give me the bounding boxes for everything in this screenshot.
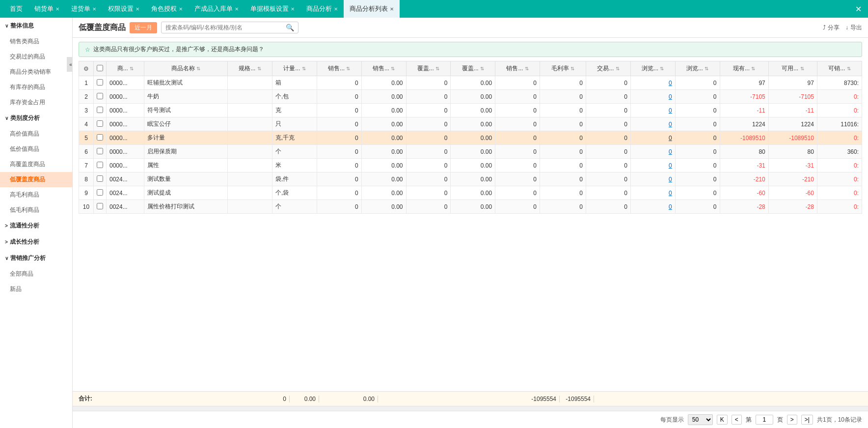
settings-icon[interactable]: ⚙	[83, 65, 89, 72]
col-name[interactable]: 商品名称 ⇅	[144, 61, 228, 76]
row-browse-link[interactable]: 0	[630, 186, 675, 200]
last-page-button[interactable]: >|	[801, 415, 813, 425]
sidebar-section-marketing[interactable]: ∨ 营销推广分析	[0, 250, 72, 266]
sidebar-item-all-goods[interactable]: 全部商品	[0, 266, 72, 282]
col-browse2[interactable]: 浏览... ⇅	[675, 61, 720, 76]
sidebar-item-sales-goods[interactable]: 销售类商品	[0, 34, 72, 49]
nav-product-analysis[interactable]: 商品分析 ✕	[300, 0, 344, 18]
row-select-checkbox[interactable]	[97, 148, 103, 154]
col-cover-qty[interactable]: 覆盖... ⇅	[406, 61, 451, 76]
sidebar-item-high-value[interactable]: 高价值商品	[0, 126, 72, 142]
row-checkbox[interactable]	[94, 159, 107, 172]
nav-sales[interactable]: 销货单 ✕	[28, 0, 65, 18]
sidebar-item-traded-goods[interactable]: 交易过的商品	[0, 49, 72, 64]
row-browse-link[interactable]: 0	[630, 90, 675, 104]
horizontal-scrollbar[interactable]	[73, 406, 868, 411]
share-button[interactable]: ⤴ 分享	[823, 24, 840, 32]
row-select-checkbox[interactable]	[97, 175, 103, 182]
col-settings[interactable]: ⚙	[79, 61, 94, 76]
nav-product-analysis-list[interactable]: 商品分析列表 ✕	[344, 0, 400, 18]
nav-template-close[interactable]: ✕	[291, 6, 295, 12]
nav-permissions[interactable]: 权限设置 ✕	[102, 0, 145, 18]
nav-product-analysis-list-close[interactable]: ✕	[390, 6, 394, 12]
row-cover-qty: 0	[406, 90, 451, 104]
nav-home[interactable]: 首页	[4, 0, 28, 18]
col-sales-amt[interactable]: 销售... ⇅	[361, 61, 406, 76]
nav-template[interactable]: 单据模板设置 ✕	[244, 0, 300, 18]
nav-product-analysis-close[interactable]: ✕	[334, 6, 338, 12]
row-browse-link[interactable]: 0	[630, 145, 675, 159]
sidebar-section-liquidity[interactable]: > 流通性分析	[0, 218, 72, 234]
row-select-checkbox[interactable]	[97, 120, 103, 127]
sidebar-item-new-goods[interactable]: 新品	[0, 282, 72, 297]
nav-sales-close[interactable]: ✕	[55, 6, 59, 12]
row-checkbox[interactable]	[94, 117, 107, 131]
nav-production[interactable]: 产成品入库单 ✕	[189, 0, 244, 18]
row-browse-link[interactable]: 0	[630, 159, 675, 172]
sidebar-item-low-profit[interactable]: 低毛利商品	[0, 202, 72, 218]
col-browse1[interactable]: 浏览... ⇅	[630, 61, 675, 76]
row-checkbox[interactable]	[94, 131, 107, 145]
row-browse-link[interactable]: 0	[630, 172, 675, 186]
sidebar-item-category-rate[interactable]: 商品分类动销率	[0, 64, 72, 80]
row-select-checkbox[interactable]	[97, 203, 103, 209]
sidebar-collapse-button[interactable]: «	[67, 57, 73, 72]
nav-role-auth[interactable]: 角色授权 ✕	[145, 0, 189, 18]
filter-period-button[interactable]: 近一月	[130, 22, 157, 33]
row-select-checkbox[interactable]	[97, 79, 103, 86]
col-checkbox[interactable]	[94, 61, 107, 76]
col-gross-rate[interactable]: 毛利率 ⇅	[540, 61, 586, 76]
col-available[interactable]: 可用... ⇅	[768, 61, 817, 76]
row-salable: 8730:	[817, 76, 862, 90]
sidebar-item-inventory-capital[interactable]: 库存资金占用	[0, 95, 72, 110]
sidebar-section-growth[interactable]: > 成长性分析	[0, 234, 72, 250]
row-select-checkbox[interactable]	[97, 162, 103, 168]
row-checkbox[interactable]	[94, 145, 107, 159]
row-browse-link[interactable]: 0	[630, 76, 675, 90]
row-browse-link[interactable]: 0	[630, 200, 675, 214]
row-checkbox[interactable]	[94, 90, 107, 104]
col-current[interactable]: 现有... ⇅	[720, 61, 768, 76]
first-page-button[interactable]: K	[717, 415, 728, 425]
col-sales-data[interactable]: 销售... ⇅	[495, 61, 540, 76]
col-sales-qty[interactable]: 销售... ⇅	[317, 61, 361, 76]
nav-permissions-close[interactable]: ✕	[136, 6, 139, 12]
select-all-checkbox[interactable]	[97, 65, 103, 71]
col-salable[interactable]: 可销... ⇅	[817, 61, 862, 76]
row-browse-link[interactable]: 0	[630, 131, 675, 145]
window-close-button[interactable]: ✕	[852, 3, 864, 15]
nav-purchase[interactable]: 进货单 ✕	[65, 0, 102, 18]
row-select-checkbox[interactable]	[97, 189, 103, 196]
next-page-button[interactable]: >	[787, 415, 797, 425]
sidebar-item-low-coverage[interactable]: 低覆盖度商品	[0, 172, 72, 187]
page-input[interactable]	[756, 415, 773, 425]
prev-page-button[interactable]: <	[732, 415, 742, 425]
row-checkbox[interactable]	[94, 76, 107, 90]
row-checkbox[interactable]	[94, 172, 107, 186]
row-checkbox[interactable]	[94, 186, 107, 200]
row-select-checkbox[interactable]	[97, 93, 103, 99]
row-browse-link[interactable]: 0	[630, 104, 675, 117]
sidebar-item-low-value[interactable]: 低价值商品	[0, 142, 72, 157]
sidebar-item-high-coverage[interactable]: 高覆盖度商品	[0, 157, 72, 172]
sidebar-item-high-profit[interactable]: 高毛利商品	[0, 187, 72, 202]
nav-production-close[interactable]: ✕	[235, 6, 239, 12]
export-button[interactable]: ↓ 导出	[845, 24, 862, 32]
sidebar-section-overall[interactable]: ∨ 整体信息	[0, 18, 72, 34]
row-browse-link[interactable]: 0	[630, 117, 675, 131]
row-select-checkbox[interactable]	[97, 107, 103, 113]
nav-purchase-close[interactable]: ✕	[92, 6, 96, 12]
per-page-select[interactable]: 50 100 200	[688, 414, 713, 425]
col-code[interactable]: 商... ⇅	[107, 61, 144, 76]
nav-role-auth-close[interactable]: ✕	[179, 6, 183, 12]
col-trade[interactable]: 交易... ⇅	[586, 61, 631, 76]
sidebar-section-category[interactable]: ∨ 类别度分析	[0, 110, 72, 126]
col-cover-amt[interactable]: 覆盖... ⇅	[451, 61, 495, 76]
row-checkbox[interactable]	[94, 104, 107, 117]
row-checkbox[interactable]	[94, 200, 107, 214]
search-input[interactable]	[165, 24, 286, 31]
sidebar-item-stocked-goods[interactable]: 有库存的商品	[0, 80, 72, 95]
col-spec[interactable]: 规格... ⇅	[228, 61, 272, 76]
col-unit[interactable]: 计量... ⇅	[272, 61, 317, 76]
row-select-checkbox[interactable]	[97, 134, 103, 141]
